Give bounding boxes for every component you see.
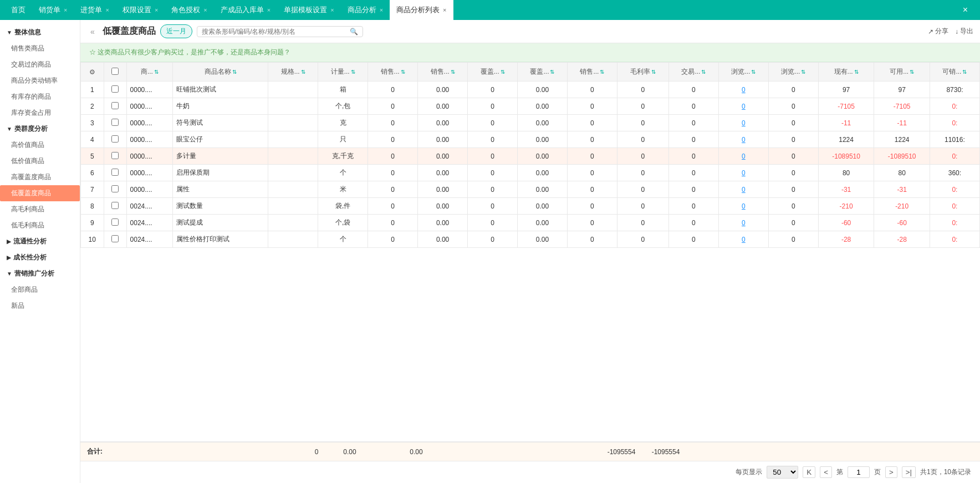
col-browse1[interactable]: 浏览...⇅ bbox=[718, 63, 768, 82]
col-cover2[interactable]: 覆盖...⇅ bbox=[518, 63, 568, 82]
row-select-checkbox[interactable] bbox=[111, 218, 119, 226]
row-sale-amt: 0.00 bbox=[418, 215, 468, 231]
sidebar-item-high-value[interactable]: 高价值商品 bbox=[0, 137, 80, 153]
col-stock1[interactable]: 现有...⇅ bbox=[818, 63, 874, 82]
nav-template-settings[interactable]: 单据模板设置 × bbox=[277, 0, 340, 20]
nav-product-analysis-list-close[interactable]: × bbox=[443, 7, 446, 13]
sort-icon-cover1: ⇅ bbox=[501, 69, 505, 75]
sidebar-item-all-products[interactable]: 全部商品 bbox=[0, 282, 80, 298]
nav-product-analysis-close[interactable]: × bbox=[380, 7, 383, 13]
nav-template-close[interactable]: × bbox=[330, 7, 334, 13]
next-page-button[interactable]: > bbox=[885, 466, 897, 478]
row-select-checkbox[interactable] bbox=[111, 169, 119, 176]
row-browse1[interactable]: 0 bbox=[718, 131, 768, 148]
row-browse1[interactable]: 0 bbox=[718, 98, 768, 115]
nav-purchase-order[interactable]: 进货单 × bbox=[74, 0, 115, 20]
sidebar-item-new-products[interactable]: 新品 bbox=[0, 298, 80, 314]
col-browse2[interactable]: 浏览...⇅ bbox=[768, 63, 818, 82]
col-margin[interactable]: 毛利率⇅ bbox=[617, 63, 668, 82]
share-button[interactable]: ↗ 分享 bbox=[928, 27, 948, 36]
search-icon[interactable]: 🔍 bbox=[350, 28, 358, 35]
nav-finished-goods-close[interactable]: × bbox=[267, 7, 270, 13]
select-all-checkbox[interactable] bbox=[111, 68, 119, 75]
row-select-checkbox[interactable] bbox=[111, 152, 119, 159]
nav-role-auth-close[interactable]: × bbox=[203, 7, 207, 13]
col-saleable[interactable]: 可销...⇅ bbox=[930, 63, 979, 82]
col-stock2[interactable]: 可用...⇅ bbox=[874, 63, 930, 82]
sidebar-collapse-button[interactable]: « bbox=[87, 26, 98, 37]
row-checkbox[interactable] bbox=[104, 131, 126, 148]
nav-role-auth[interactable]: 角色授权 × bbox=[165, 0, 213, 20]
row-checkbox[interactable] bbox=[104, 82, 126, 98]
window-close-button[interactable]: × bbox=[955, 5, 976, 15]
row-browse1[interactable]: 0 bbox=[718, 148, 768, 165]
sidebar-item-high-coverage[interactable]: 高覆盖度商品 bbox=[0, 169, 80, 185]
sidebar-item-traded-products[interactable]: 交易过的商品 bbox=[0, 57, 80, 73]
col-sale-rate[interactable]: 销售...⇅ bbox=[567, 63, 617, 82]
nav-product-analysis-list[interactable]: 商品分析列表 × bbox=[390, 0, 453, 20]
sidebar-item-low-value[interactable]: 低价值商品 bbox=[0, 153, 80, 169]
prev-page-button[interactable]: < bbox=[820, 466, 832, 478]
row-checkbox[interactable] bbox=[104, 198, 126, 215]
nav-permission-settings[interactable]: 权限设置 × bbox=[116, 0, 165, 20]
col-spec[interactable]: 规格...⇅ bbox=[268, 63, 318, 82]
sidebar-item-low-coverage[interactable]: 低覆盖度商品 bbox=[0, 185, 80, 201]
sidebar-item-sales-products[interactable]: 销售类商品 bbox=[0, 40, 80, 57]
row-select-checkbox[interactable] bbox=[111, 85, 119, 93]
row-checkbox[interactable] bbox=[104, 165, 126, 181]
nav-purchase-order-close[interactable]: × bbox=[105, 7, 109, 13]
time-filter-button[interactable]: 近一月 bbox=[160, 24, 192, 38]
sidebar-toggle-liquidity[interactable]: ▶ 流通性分析 bbox=[0, 233, 80, 250]
row-checkbox[interactable] bbox=[104, 181, 126, 198]
col-sale-qty[interactable]: 销售...⇅ bbox=[368, 63, 418, 82]
sidebar-toggle-marketing[interactable]: ▼ 营销推广分析 bbox=[0, 266, 80, 282]
row-browse1[interactable]: 0 bbox=[718, 215, 768, 231]
row-checkbox[interactable] bbox=[104, 115, 126, 131]
nav-sales-order-close[interactable]: × bbox=[64, 7, 67, 13]
row-checkbox[interactable] bbox=[104, 148, 126, 165]
sidebar-toggle-growth[interactable]: ▶ 成长性分析 bbox=[0, 250, 80, 266]
page-size-select[interactable]: 50 100 200 bbox=[767, 466, 798, 479]
export-button[interactable]: ↓ 导出 bbox=[955, 27, 973, 36]
row-select-checkbox[interactable] bbox=[111, 235, 119, 242]
sidebar-item-high-margin[interactable]: 高毛利商品 bbox=[0, 201, 80, 217]
search-input[interactable] bbox=[202, 28, 350, 35]
row-browse1[interactable]: 0 bbox=[718, 198, 768, 215]
row-checkbox[interactable] bbox=[104, 215, 126, 231]
row-browse1[interactable]: 0 bbox=[718, 231, 768, 248]
row-checkbox[interactable] bbox=[104, 98, 126, 115]
sidebar-item-inventory-capital[interactable]: 库存资金占用 bbox=[0, 105, 80, 121]
sidebar-toggle-overall[interactable]: ▼ 整体信息 bbox=[0, 24, 80, 40]
row-select-checkbox[interactable] bbox=[111, 185, 119, 192]
sidebar-toggle-cluster[interactable]: ▼ 类群度分析 bbox=[0, 121, 80, 137]
sidebar-item-category-turnover[interactable]: 商品分类动销率 bbox=[0, 73, 80, 89]
col-name[interactable]: 商品名称⇅ bbox=[173, 63, 268, 82]
col-unit[interactable]: 计量...⇅ bbox=[318, 63, 368, 82]
settings-icon[interactable]: ⚙ bbox=[89, 68, 95, 76]
col-trade[interactable]: 交易...⇅ bbox=[668, 63, 718, 82]
col-checkbox[interactable] bbox=[104, 63, 126, 82]
row-browse1[interactable]: 0 bbox=[718, 82, 768, 98]
row-checkbox[interactable] bbox=[104, 231, 126, 248]
nav-home[interactable]: 首页 bbox=[4, 0, 32, 20]
row-browse1[interactable]: 0 bbox=[718, 181, 768, 198]
col-sale-amt[interactable]: 销售...⇅ bbox=[418, 63, 468, 82]
row-browse1[interactable]: 0 bbox=[718, 165, 768, 181]
col-cover1[interactable]: 覆盖...⇅ bbox=[468, 63, 518, 82]
row-select-checkbox[interactable] bbox=[111, 135, 119, 143]
row-browse1[interactable]: 0 bbox=[718, 115, 768, 131]
last-page-button[interactable]: >| bbox=[902, 466, 916, 478]
col-code[interactable]: 商...⇅ bbox=[126, 63, 173, 82]
row-select-checkbox[interactable] bbox=[111, 102, 119, 109]
row-select-checkbox[interactable] bbox=[111, 202, 119, 209]
sidebar-item-low-margin[interactable]: 低毛利商品 bbox=[0, 217, 80, 233]
nav-sales-order[interactable]: 销货单 × bbox=[32, 0, 74, 20]
nav-permission-close[interactable]: × bbox=[155, 7, 158, 13]
first-page-button[interactable]: K bbox=[803, 466, 815, 478]
nav-finished-goods[interactable]: 产成品入库单 × bbox=[214, 0, 277, 20]
row-select-checkbox[interactable] bbox=[111, 119, 119, 126]
sidebar-item-stocked-products[interactable]: 有库存的商品 bbox=[0, 89, 80, 105]
col-settings[interactable]: ⚙ bbox=[81, 63, 104, 82]
page-number-input[interactable] bbox=[848, 466, 870, 478]
nav-product-analysis[interactable]: 商品分析 × bbox=[341, 0, 390, 20]
